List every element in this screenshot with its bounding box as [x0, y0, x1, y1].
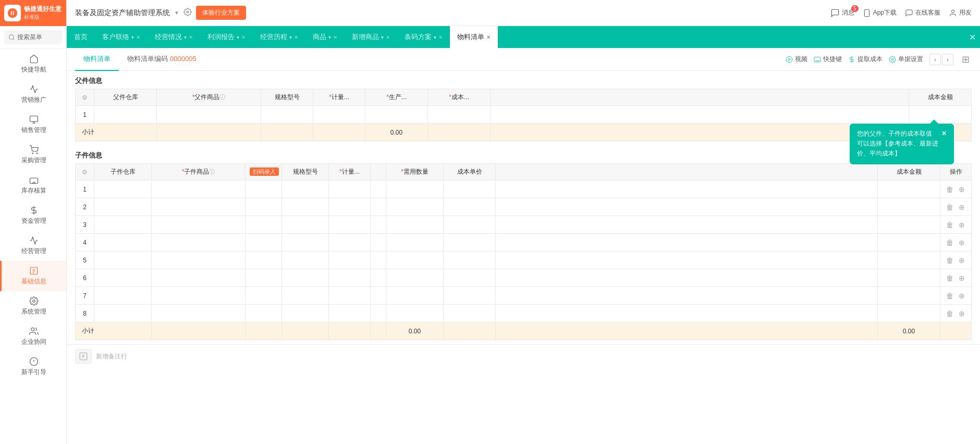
row-cost-unit[interactable]	[444, 251, 496, 269]
copy-button[interactable]: ⊕	[957, 184, 967, 195]
nav-tab-history[interactable]: 经营历程 ▾ ✕	[253, 26, 305, 48]
row-cost[interactable]	[428, 106, 491, 124]
copy-button[interactable]: ⊕	[957, 290, 967, 302]
row-amount[interactable]	[909, 106, 972, 124]
nav-tab-customers[interactable]: 客户联络 ▾ ✕	[95, 26, 148, 48]
row-unit[interactable]	[329, 234, 371, 251]
action-video[interactable]: 视频	[786, 55, 807, 64]
sidebar-item-enterprise[interactable]: 企业协同	[0, 321, 66, 352]
app-download-button[interactable]: App下载	[863, 8, 897, 17]
tab-close-button[interactable]: ✕	[294, 34, 298, 40]
row-unit[interactable]	[329, 251, 371, 269]
copy-button[interactable]: ⊕	[957, 219, 967, 231]
tooltip-close-button[interactable]: ✕	[941, 129, 947, 139]
user-avatar-button[interactable]: 用友	[949, 8, 972, 17]
row-cost-unit[interactable]	[444, 269, 496, 287]
nav-tab-new-product[interactable]: 新增商品 ▾ ✕	[345, 26, 397, 48]
tab-close-button[interactable]: ✕	[386, 34, 390, 40]
row-spec[interactable]	[261, 106, 313, 124]
delete-button[interactable]: 🗑	[945, 219, 955, 231]
search-menu-button[interactable]: 搜索菜单	[4, 30, 62, 44]
row-unit[interactable]	[329, 287, 371, 305]
tab-close-button[interactable]: ✕	[241, 34, 246, 40]
row-unit[interactable]	[329, 269, 371, 287]
col-settings-icon[interactable]: ⚙	[80, 169, 90, 176]
row-unit[interactable]	[329, 305, 371, 322]
row-amount[interactable]	[878, 287, 940, 305]
sidebar-item-system[interactable]: 系统管理	[0, 291, 66, 321]
row-required-qty[interactable]	[386, 269, 444, 287]
row-amount[interactable]	[878, 251, 940, 269]
copy-button[interactable]: ⊕	[957, 237, 967, 248]
row-product[interactable]	[152, 198, 246, 216]
delete-button[interactable]: 🗑	[945, 308, 955, 319]
row-required-qty[interactable]	[386, 287, 444, 305]
tab-close-button[interactable]: ✕	[438, 34, 443, 40]
row-cost-unit[interactable]	[444, 198, 496, 216]
row-required-qty[interactable]	[386, 234, 444, 251]
row-warehouse[interactable]	[94, 106, 157, 124]
nav-tab-profit[interactable]: 利润报告 ▾ ✕	[200, 26, 253, 48]
delete-button[interactable]: 🗑	[945, 255, 955, 266]
row-unit[interactable]	[329, 198, 371, 216]
row-amount[interactable]	[878, 181, 940, 198]
nav-tab-products[interactable]: 商品 ▾ ✕	[305, 26, 345, 48]
trial-button[interactable]: 体验行业方案	[196, 6, 246, 20]
row-product[interactable]	[152, 216, 246, 234]
sidebar-item-basic-info[interactable]: 基础信息	[0, 261, 66, 291]
row-spec[interactable]	[282, 234, 329, 251]
nav-tab-barcode[interactable]: 条码方案 ▾ ✕	[397, 26, 450, 48]
tab-close-button[interactable]: ✕	[333, 34, 337, 40]
row-cost-unit[interactable]	[444, 216, 496, 234]
row-product[interactable]	[157, 106, 261, 124]
row-cost-unit[interactable]	[444, 181, 496, 198]
row-amount[interactable]	[878, 305, 940, 322]
nav-tab-operations[interactable]: 经营情况 ▾ ✕	[148, 26, 200, 48]
nav-tab-home[interactable]: 首页	[67, 26, 95, 48]
row-spec[interactable]	[282, 181, 329, 198]
sidebar-item-inventory[interactable]: 库存核算	[0, 170, 66, 200]
delete-button[interactable]: 🗑	[945, 201, 955, 213]
row-warehouse[interactable]	[94, 198, 152, 216]
nav-tab-bom[interactable]: 物料清单 ✕	[450, 26, 498, 48]
row-required-qty[interactable]	[386, 216, 444, 234]
prev-arrow-button[interactable]: ‹	[929, 54, 941, 65]
sidebar-item-purchase[interactable]: 采购管理	[0, 140, 66, 170]
row-warehouse[interactable]	[94, 234, 152, 251]
row-product[interactable]	[152, 287, 246, 305]
row-amount[interactable]	[878, 198, 940, 216]
system-dropdown-arrow[interactable]: ▼	[174, 10, 179, 16]
sidebar-item-quick-nav[interactable]: 快捷导航	[0, 49, 66, 79]
sub-tab-bom[interactable]: 物料清单	[75, 48, 119, 71]
action-doc-settings[interactable]: 单据设置	[889, 55, 923, 64]
col-settings-icon[interactable]: ⚙	[80, 94, 90, 101]
row-warehouse[interactable]	[94, 305, 152, 322]
tab-close-button[interactable]: ✕	[136, 34, 140, 40]
row-spec[interactable]	[282, 269, 329, 287]
delete-button[interactable]: 🗑	[945, 272, 955, 284]
row-spec[interactable]	[282, 216, 329, 234]
row-product[interactable]	[152, 305, 246, 322]
row-spec[interactable]	[282, 251, 329, 269]
delete-button[interactable]: 🗑	[945, 290, 955, 302]
copy-button[interactable]: ⊕	[957, 255, 967, 266]
row-warehouse[interactable]	[94, 269, 152, 287]
sub-tab-bom-code[interactable]: 物料清单编码 0000005	[119, 48, 205, 71]
row-cost-unit[interactable]	[444, 287, 496, 305]
row-required-qty[interactable]	[386, 251, 444, 269]
row-spec[interactable]	[282, 198, 329, 216]
row-warehouse[interactable]	[94, 251, 152, 269]
sidebar-item-marketing[interactable]: 营销推广	[0, 79, 66, 110]
add-note-button[interactable]	[75, 349, 92, 364]
row-required-qty[interactable]	[386, 181, 444, 198]
sidebar-item-new-guide[interactable]: 新手引导	[0, 352, 66, 382]
row-produce[interactable]	[365, 106, 428, 124]
row-required-qty[interactable]	[386, 198, 444, 216]
copy-button[interactable]: ⊕	[957, 308, 967, 319]
row-product[interactable]	[152, 234, 246, 251]
row-amount[interactable]	[878, 216, 940, 234]
next-arrow-button[interactable]: ›	[942, 54, 953, 65]
sidebar-item-sales[interactable]: 销售管理	[0, 110, 66, 140]
row-unit[interactable]	[329, 181, 371, 198]
settings-gear-button[interactable]	[183, 8, 192, 18]
